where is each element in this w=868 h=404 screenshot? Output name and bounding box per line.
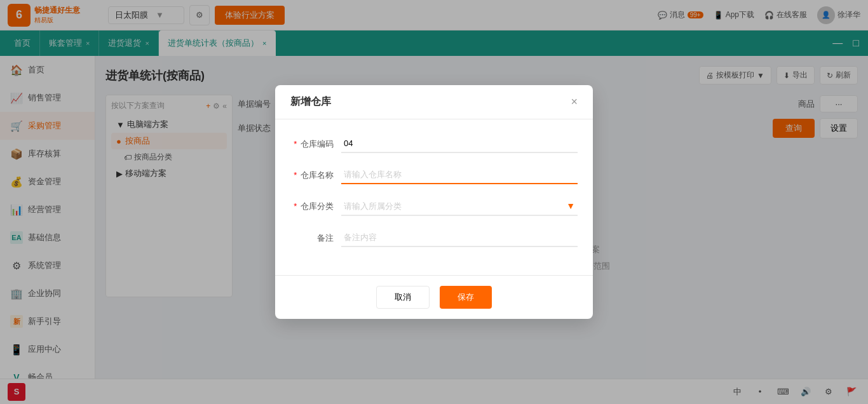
modal-close-button[interactable]: ×	[571, 95, 578, 109]
remark-input[interactable]	[341, 229, 578, 247]
modal-body: * 仓库编码 * 仓库名称 * 仓库分类	[275, 119, 593, 275]
warehouse-name-input[interactable]	[341, 166, 578, 184]
form-label-remark: 备注	[290, 232, 341, 244]
required-star-name: *	[294, 170, 297, 180]
form-row-code: * 仓库编码	[290, 135, 578, 153]
warehouse-code-input[interactable]	[341, 135, 578, 153]
new-warehouse-modal: 新增仓库 × * 仓库编码 * 仓库名称	[275, 85, 593, 319]
form-label-code: * 仓库编码	[290, 138, 341, 150]
form-row-name: * 仓库名称	[290, 166, 578, 184]
category-dropdown-arrow: ▼	[566, 201, 575, 211]
form-label-name: * 仓库名称	[290, 170, 341, 181]
form-row-remark: 备注	[290, 229, 578, 247]
modal-overlay: 新增仓库 × * 仓库编码 * 仓库名称	[0, 0, 868, 404]
form-label-category: * 仓库分类	[290, 201, 341, 212]
warehouse-category-select[interactable]: ▼	[341, 197, 578, 216]
form-row-category: * 仓库分类 ▼	[290, 197, 578, 216]
cancel-button[interactable]: 取消	[376, 286, 430, 309]
save-button[interactable]: 保存	[440, 286, 492, 309]
required-star-category: *	[294, 201, 297, 211]
required-star-code: *	[294, 139, 297, 149]
modal-header: 新增仓库 ×	[275, 85, 593, 119]
modal-title: 新增仓库	[290, 95, 331, 109]
category-input[interactable]	[344, 201, 566, 211]
modal-footer: 取消 保存	[275, 275, 593, 319]
